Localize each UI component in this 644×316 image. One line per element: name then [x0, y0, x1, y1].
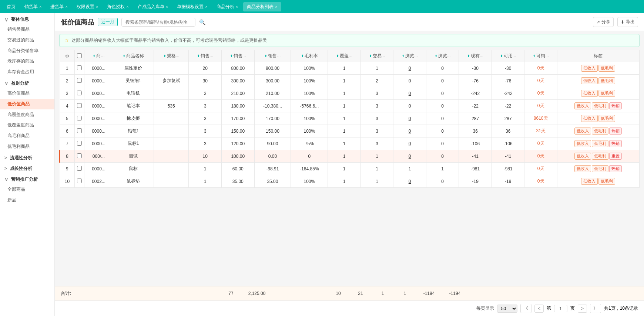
collapse-icon-profit[interactable]: ∨: [4, 80, 8, 86]
sidebar-item-inventory-capital[interactable]: 库存资金占用: [0, 67, 54, 77]
nav-close-permissions[interactable]: ×: [96, 4, 98, 9]
view-link[interactable]: 0: [409, 103, 411, 109]
view-link[interactable]: 1: [409, 166, 411, 171]
nav-close-role-auth[interactable]: ×: [126, 4, 128, 9]
sidebar-item-traded-products[interactable]: 交易过的商品: [0, 35, 54, 45]
row-sellable: 0天: [524, 175, 557, 188]
share-button[interactable]: ↗ 分享: [593, 17, 614, 27]
row-checkbox[interactable]: [77, 128, 82, 133]
search-icon[interactable]: 🔍: [199, 19, 205, 25]
search-input[interactable]: [121, 18, 195, 27]
col-sales-qty[interactable]: ⬆销售...: [189, 50, 222, 62]
row-no: 9: [60, 163, 75, 175]
export-button[interactable]: ⬇ 导出: [617, 17, 638, 27]
nav-permissions[interactable]: 权限设置 ×: [73, 2, 102, 11]
collapse-icon-marketing[interactable]: ∨: [4, 176, 8, 182]
col-sellable[interactable]: ⬆可销...: [524, 50, 557, 62]
nav-close-sales-order[interactable]: ×: [39, 4, 41, 9]
row-no: 4: [60, 100, 75, 112]
col-transaction[interactable]: ⬆交易...: [360, 50, 393, 62]
row-spec: 535: [154, 100, 189, 112]
sidebar-item-low-coverage[interactable]: 低覆盖度商品: [0, 120, 54, 130]
view-link[interactable]: 0: [409, 116, 411, 121]
nav-product-analysis-list[interactable]: 商品分析列表 ×: [243, 2, 281, 11]
last-page-button[interactable]: 》: [590, 304, 601, 313]
sidebar-group-marketing[interactable]: ∨ 营销推广分析: [0, 173, 54, 184]
sidebar-group-overall[interactable]: ∨ 整体信息: [0, 13, 54, 24]
sidebar-item-high-margin[interactable]: 高毛利商品: [0, 130, 54, 141]
nav-template-settings[interactable]: 单据模板设置 ×: [173, 2, 211, 11]
row-checkbox[interactable]: [77, 179, 82, 183]
sidebar-item-low-value[interactable]: 低价值商品: [0, 99, 54, 109]
row-view1: 0: [393, 125, 426, 137]
row-checkbox[interactable]: [77, 78, 82, 83]
sidebar-item-all-products[interactable]: 全部商品: [0, 184, 54, 195]
sidebar-item-new-products[interactable]: 新品: [0, 195, 54, 205]
col-coverage[interactable]: ⬆覆盖...: [328, 50, 361, 62]
view-link[interactable]: 0: [409, 66, 411, 71]
col-sales-cost[interactable]: ⬆销售...: [254, 50, 291, 62]
sidebar-item-sales-products[interactable]: 销售类商品: [0, 24, 54, 35]
col-sales-amount[interactable]: ⬆销售...: [222, 50, 255, 62]
nav-product-analysis[interactable]: 商品分析 ×: [213, 2, 242, 11]
row-name: 测试: [113, 150, 154, 163]
next-page-button[interactable]: >: [578, 305, 587, 313]
sidebar-item-category-sales-rate[interactable]: 商品分类销售率: [0, 45, 54, 56]
row-checkbox[interactable]: [77, 103, 82, 108]
sidebar-item-old-inventory[interactable]: 老库存的商品: [0, 56, 54, 67]
col-gross-margin[interactable]: ⬆毛利率: [291, 50, 328, 62]
row-name: 鼠标: [113, 163, 154, 175]
nav-close-product-inbound[interactable]: ×: [166, 4, 168, 9]
row-checkbox[interactable]: [77, 153, 82, 158]
col-view1[interactable]: ⬆浏览...: [393, 50, 426, 62]
col-current[interactable]: ⬆现有...: [459, 50, 492, 62]
view-link[interactable]: 0: [409, 129, 411, 134]
view-link[interactable]: 0: [409, 154, 411, 159]
view-link[interactable]: 0: [409, 78, 411, 84]
row-checkbox[interactable]: [77, 141, 82, 146]
nav-close-purchase-order[interactable]: ×: [65, 4, 67, 9]
page-size-select[interactable]: 50 100 200: [497, 305, 517, 313]
view-link[interactable]: 0: [409, 141, 411, 146]
col-spec[interactable]: ⬆规格...: [154, 50, 189, 62]
nav-purchase-order[interactable]: 进货单 ×: [47, 2, 71, 11]
page-number-input[interactable]: [554, 305, 567, 312]
view-link[interactable]: 0: [409, 179, 411, 184]
sidebar-group-liquidity[interactable]: > 流通性分析: [0, 152, 54, 163]
nav-sales-order[interactable]: 销货单 ×: [21, 2, 45, 11]
time-badge[interactable]: 近一月: [98, 18, 118, 26]
first-page-button[interactable]: 《: [520, 304, 531, 313]
col-available[interactable]: ⬆可用...: [492, 50, 524, 62]
row-view1: 0: [393, 137, 426, 150]
export-icon: ⬇: [621, 20, 624, 25]
col-code[interactable]: ⬆商...: [84, 50, 113, 62]
select-all-checkbox[interactable]: [77, 53, 82, 58]
nav-role-auth[interactable]: 角色授权 ×: [103, 2, 132, 11]
sidebar-item-low-margin[interactable]: 低毛利商品: [0, 141, 54, 152]
prev-page-button[interactable]: <: [534, 305, 544, 313]
collapse-icon-overall[interactable]: ∨: [4, 17, 8, 23]
view-link[interactable]: 0: [409, 91, 411, 96]
row-code: 0000...: [84, 163, 113, 175]
table-footer: 合计: 77 2,125.00 10 21 1 1 -1194 -1194: [55, 286, 644, 300]
nav-close-product-analysis-list[interactable]: ×: [275, 4, 277, 9]
col-name[interactable]: ⬆商品名称: [113, 50, 154, 62]
info-icon: ☆: [65, 38, 69, 43]
row-no: 7: [60, 137, 75, 150]
col-settings[interactable]: ⚙: [60, 50, 75, 62]
nav-close-template-settings[interactable]: ×: [205, 4, 207, 9]
nav-home[interactable]: 首页: [3, 2, 19, 11]
row-checkbox[interactable]: [77, 65, 82, 70]
sidebar-item-high-value[interactable]: 高价值商品: [0, 88, 54, 99]
nav-close-product-analysis[interactable]: ×: [236, 4, 238, 9]
row-checkbox[interactable]: [77, 116, 82, 120]
sidebar-group-profit[interactable]: ∨ 盈财分析: [0, 77, 54, 88]
tag: 低收入: [581, 178, 598, 185]
row-checkbox[interactable]: [77, 166, 82, 171]
nav-product-inbound[interactable]: 产成品入库单 ×: [134, 2, 172, 11]
sidebar-item-high-coverage[interactable]: 高覆盖度商品: [0, 109, 54, 120]
sidebar-group-growth[interactable]: > 成长性分析: [0, 163, 54, 173]
row-sellable: 0天: [524, 163, 557, 175]
row-checkbox[interactable]: [77, 91, 82, 95]
col-view2[interactable]: ⬆浏览...: [426, 50, 459, 62]
